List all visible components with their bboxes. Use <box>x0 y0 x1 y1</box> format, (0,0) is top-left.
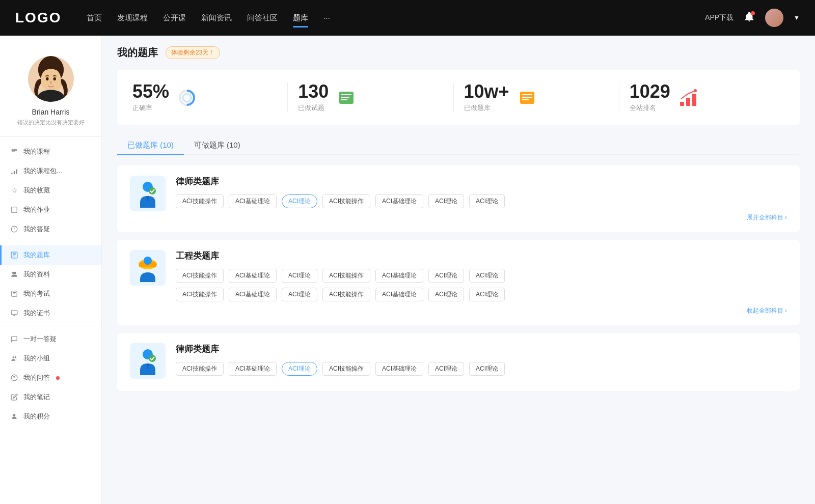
sidebar-item-cert[interactable]: 我的证书 <box>0 303 101 323</box>
tag-0-1[interactable]: ACI基础理论 <box>229 194 277 208</box>
points-icon <box>10 412 18 421</box>
svg-rect-11 <box>14 171 15 174</box>
tag-1-9[interactable]: ACI理论 <box>282 288 317 301</box>
tag-2-0[interactable]: ACI技能操作 <box>176 362 224 376</box>
sidebar-item-courses[interactable]: 我的课程 <box>0 142 101 161</box>
sidebar-item-group[interactable]: 我的小组 <box>0 349 101 368</box>
qbank-tags-1-row1: ACI技能操作 ACI基础理论 ACI理论 ACI技能操作 ACI基础理论 AC… <box>176 269 787 283</box>
nav-qa[interactable]: 问答社区 <box>247 11 278 25</box>
sidebar-item-myqa-label: 我的问答 <box>23 373 50 382</box>
navbar: LOGO 首页 发现课程 公开课 新闻资讯 问答社区 题库 ··· APP下载 … <box>0 0 815 36</box>
tag-1-3[interactable]: ACI技能操作 <box>322 269 370 283</box>
svg-point-33 <box>149 187 156 194</box>
stat-accuracy-content: 55% 正确率 <box>132 82 169 113</box>
tag-1-12[interactable]: ACI理论 <box>428 288 464 301</box>
sidebar-item-coursepack[interactable]: 我的课程包... <box>0 161 101 181</box>
tag-1-5[interactable]: ACI理论 <box>428 269 464 283</box>
tag-1-2[interactable]: ACI理论 <box>282 269 317 283</box>
nav-news[interactable]: 新闻资讯 <box>201 11 232 25</box>
expand-btn-0[interactable]: 展开全部科目 › <box>176 213 787 222</box>
sidebar-item-qbank[interactable]: 我的题库 <box>0 245 101 265</box>
notification-bell[interactable] <box>744 11 755 24</box>
engineer-svg-1 <box>135 254 160 282</box>
sidebar-item-notes[interactable]: 我的笔记 <box>0 387 101 407</box>
tag-2-4[interactable]: ACI基础理论 <box>375 362 423 376</box>
tag-0-6[interactable]: ACI理论 <box>469 194 505 208</box>
stat-done-qbanks-number: 10w+ <box>464 82 509 101</box>
collapse-btn-1[interactable]: 收起全部科目 › <box>176 306 787 315</box>
tag-0-4[interactable]: ACI基础理论 <box>375 194 423 208</box>
sidebar-item-points[interactable]: 我的积分 <box>0 407 101 426</box>
sidebar-item-cert-label: 我的证书 <box>23 309 50 318</box>
nav-home[interactable]: 首页 <box>87 11 102 25</box>
group-icon <box>10 354 18 362</box>
svg-point-25 <box>183 94 191 102</box>
profile-section: Brian Harris 错误的决定比没有决定要好 <box>0 46 101 137</box>
svg-point-22 <box>13 414 16 417</box>
tag-1-4[interactable]: ACI基础理论 <box>375 269 423 283</box>
tag-1-10[interactable]: ACI技能操作 <box>322 288 370 301</box>
tag-1-1[interactable]: ACI基础理论 <box>229 269 277 283</box>
nav-discover[interactable]: 发现课程 <box>117 11 148 25</box>
tag-2-2[interactable]: ACI理论 <box>282 362 317 376</box>
tag-1-0[interactable]: ACI技能操作 <box>176 269 224 283</box>
stat-accuracy-label: 正确率 <box>132 103 169 113</box>
avatar-image <box>28 56 74 102</box>
tag-2-6[interactable]: ACI理论 <box>469 362 505 376</box>
stat-done-questions-label: 已做试题 <box>298 103 329 113</box>
stat-done-questions-number: 130 <box>298 82 329 101</box>
qbank-body-0: 律师类题库 ACI技能操作 ACI基础理论 ACI理论 ACI技能操作 ACI基… <box>176 176 787 222</box>
sidebar-item-myqa[interactable]: 我的问答 <box>0 368 101 387</box>
tag-0-3[interactable]: ACI技能操作 <box>322 194 370 208</box>
stat-done-qbanks: 10w+ 已做题库 <box>454 82 619 113</box>
tag-0-2[interactable]: ACI理论 <box>282 194 317 208</box>
tag-0-5[interactable]: ACI理论 <box>428 194 464 208</box>
sidebar-item-one-on-one[interactable]: 一对一答疑 <box>0 329 101 349</box>
myqa-icon <box>10 374 18 382</box>
tag-1-11[interactable]: ACI基础理论 <box>375 288 423 301</box>
page-header: 我的题库 体验剩余23天！ <box>117 46 800 60</box>
svg-rect-29 <box>686 98 690 106</box>
tag-1-8[interactable]: ACI基础理论 <box>229 288 277 301</box>
tag-1-6[interactable]: ACI理论 <box>469 269 505 283</box>
svg-point-5 <box>53 77 56 80</box>
tab-todo[interactable]: 可做题库 (10) <box>184 135 251 155</box>
tag-1-7[interactable]: ACI技能操作 <box>176 288 224 301</box>
one-on-one-icon <box>10 335 18 343</box>
qbank-icon-lawyer-0 <box>130 176 166 211</box>
tag-2-1[interactable]: ACI基础理论 <box>229 362 277 376</box>
app-download-button[interactable]: APP下载 <box>705 13 734 22</box>
svg-rect-35 <box>139 265 156 267</box>
sidebar-item-exam[interactable]: 我的考试 <box>0 284 101 303</box>
sidebar-item-favorites[interactable]: ☆ 我的收藏 <box>0 181 101 200</box>
qbank-tags-0: ACI技能操作 ACI基础理论 ACI理论 ACI技能操作 ACI基础理论 AC… <box>176 194 787 208</box>
sidebar-menu: 我的课程 我的课程包... ☆ 我的收藏 我的作业 <box>0 142 101 426</box>
page-title: 我的题库 <box>117 46 158 60</box>
svg-rect-30 <box>692 94 696 106</box>
nav-open-course[interactable]: 公开课 <box>163 11 186 25</box>
sidebar-item-coursepack-label: 我的课程包... <box>23 166 62 176</box>
tag-1-13[interactable]: ACI理论 <box>469 288 505 301</box>
svg-rect-12 <box>16 170 17 174</box>
tab-done[interactable]: 已做题库 (10) <box>117 135 184 155</box>
qbank-title-2: 律师类题库 <box>176 343 787 355</box>
tag-2-3[interactable]: ACI技能操作 <box>322 362 370 376</box>
notes-icon <box>10 393 18 401</box>
sidebar-item-profile[interactable]: 我的资料 <box>0 265 101 284</box>
user-avatar[interactable] <box>765 9 783 27</box>
nav-more[interactable]: ··· <box>323 11 330 25</box>
sidebar-divider-1 <box>0 242 101 242</box>
avatar-dropdown-arrow[interactable]: ▼ <box>794 14 800 21</box>
nav-qbank[interactable]: 题库 <box>293 11 308 25</box>
svg-point-4 <box>46 77 48 80</box>
stat-done-qbanks-content: 10w+ 已做题库 <box>464 82 509 113</box>
sidebar-item-homework[interactable]: 我的作业 <box>0 200 101 219</box>
lawyer-svg-0 <box>135 180 160 208</box>
tag-2-5[interactable]: ACI理论 <box>428 362 464 376</box>
sidebar-item-notes-label: 我的笔记 <box>23 393 50 402</box>
sidebar-item-qa[interactable]: 我的答疑 <box>0 219 101 239</box>
qbank-body-1: 工程类题库 ACI技能操作 ACI基础理论 ACI理论 ACI技能操作 ACI基… <box>176 250 787 315</box>
tag-0-0[interactable]: ACI技能操作 <box>176 194 224 208</box>
qbank-tags-1-row2: ACI技能操作 ACI基础理论 ACI理论 ACI技能操作 ACI基础理论 AC… <box>176 288 787 301</box>
sidebar-item-favorites-label: 我的收藏 <box>23 186 50 195</box>
